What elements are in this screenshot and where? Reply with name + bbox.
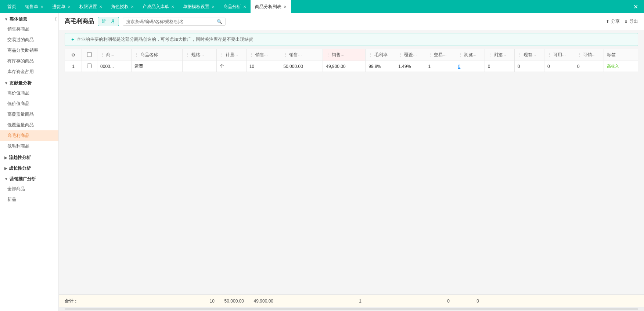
- col-name[interactable]: ⋮商品名称: [131, 49, 182, 61]
- table-wrapper[interactable]: ⚙ ⋮商... ⋮商品名称 ⋮规格... ⋮计量...: [59, 49, 644, 294]
- search-input[interactable]: [126, 19, 215, 24]
- sidebar-item-category-rate[interactable]: 商品分类助销率: [0, 45, 58, 56]
- export-btn[interactable]: ⬇ 导出: [624, 18, 638, 25]
- col-browse1[interactable]: ⋮浏览...: [455, 49, 485, 61]
- sidebar-item-low-coverage[interactable]: 低覆盖量商品: [0, 120, 58, 130]
- sidebar-group-contribution-arrow: ▼: [4, 81, 8, 85]
- sidebar-group-trend[interactable]: ▶ 流趋性分析: [0, 152, 58, 162]
- footer-sale-amount: 50,000.00: [217, 299, 247, 304]
- nav-roles[interactable]: 角色授权 ✕: [107, 0, 138, 13]
- sidebar-item-inventory-capital[interactable]: 库存资金占用: [0, 66, 58, 77]
- nav-permissions-close[interactable]: ✕: [99, 5, 102, 9]
- cell-gross-rate: 99.8%: [366, 61, 395, 72]
- sidebar-group-marketing-label: 营销推广分析: [10, 176, 36, 182]
- cell-name: 运费: [131, 61, 182, 72]
- nav-products-in[interactable]: 产成品入库单 ✕: [138, 0, 179, 13]
- footer-trade: 1: [335, 299, 364, 304]
- nav-roles-label: 角色授权: [111, 4, 129, 10]
- col-current[interactable]: ⋮现有...: [514, 49, 544, 61]
- nav-sales-close[interactable]: ✕: [40, 5, 43, 9]
- sidebar-item-sales-goods[interactable]: 销售类商品: [0, 24, 58, 35]
- nav-analysis-close[interactable]: ✕: [243, 5, 246, 9]
- col-coverage[interactable]: ⋮覆盖...: [395, 49, 425, 61]
- col-code[interactable]: ⋮商...: [97, 49, 132, 61]
- col-gross-rate[interactable]: ⋮毛利率: [366, 49, 395, 61]
- nav-analysis-list-label: 商品分析列表: [255, 4, 281, 10]
- data-table: ⚙ ⋮商... ⋮商品名称 ⋮规格... ⋮计量...: [65, 49, 638, 72]
- sidebar-group-marketing-arrow: ▼: [4, 177, 8, 181]
- cell-current: 0: [514, 61, 544, 72]
- nav-analysis[interactable]: 商品分析 ✕: [219, 0, 251, 13]
- sidebar-group-marketing[interactable]: ▼ 营销推广分析: [0, 173, 58, 184]
- col-unit[interactable]: ⋮计量...: [216, 49, 246, 61]
- bottom-scrollbar[interactable]: [59, 307, 644, 311]
- content-area: 高毛利商品 近一月 🔍 ⬆ 分享 ⬇ 导出 ✦ 企业的主要的利润都是这部分商品创…: [59, 13, 644, 311]
- cell-index: 1: [65, 61, 82, 72]
- nav-permissions[interactable]: 权限设置 ✕: [75, 0, 107, 13]
- nav-roles-close[interactable]: ✕: [131, 5, 134, 9]
- col-checkbox[interactable]: [82, 49, 97, 61]
- sidebar-item-high-margin[interactable]: 高毛利商品: [0, 130, 58, 141]
- sidebar-item-stocked-goods[interactable]: 有库存的商品: [0, 56, 58, 66]
- nav-analysis-list[interactable]: 商品分析列表 ✕: [251, 0, 291, 13]
- scrollbar-thumb[interactable]: [65, 308, 638, 310]
- col-browse2[interactable]: ⋮浏览...: [485, 49, 514, 61]
- top-navigation: 首页 销售单 ✕ 进货单 ✕ 权限设置 ✕ 角色授权 ✕ 产成品入库单 ✕ 单据…: [0, 0, 644, 13]
- col-spec[interactable]: ⋮规格...: [182, 49, 216, 61]
- cell-unit: 个: [216, 61, 246, 72]
- nav-template[interactable]: 单据模板设置 ✕: [179, 0, 219, 13]
- share-label: 分享: [611, 18, 620, 25]
- col-sale-profit[interactable]: ⋮销售...: [323, 49, 366, 61]
- sidebar-group-growth-label: 成长性分析: [9, 165, 31, 171]
- filter-month-btn[interactable]: 近一月: [98, 17, 119, 26]
- close-window-btn[interactable]: ✕: [630, 3, 641, 10]
- cell-coverage: 1.49%: [395, 61, 425, 72]
- search-icon[interactable]: 🔍: [217, 19, 222, 24]
- col-available[interactable]: ⋮可用...: [544, 49, 574, 61]
- col-sale-amount[interactable]: ⋮销售...: [280, 49, 323, 61]
- footer-sale-qty: 10: [188, 299, 217, 304]
- col-trade[interactable]: ⋮交易...: [425, 49, 455, 61]
- nav-template-close[interactable]: ✕: [212, 5, 215, 9]
- nav-analysis-list-close[interactable]: ✕: [284, 5, 287, 9]
- table-row: 1 0000... 运费 个 10 50,000.00 49,900.00 99…: [65, 61, 638, 72]
- nav-products-in-close[interactable]: ✕: [171, 5, 174, 9]
- nav-home[interactable]: 首页: [3, 0, 21, 13]
- nav-purchase[interactable]: 进货单 ✕: [48, 0, 75, 13]
- cell-checkbox[interactable]: [82, 61, 97, 72]
- share-btn[interactable]: ⬆ 分享: [606, 18, 620, 25]
- sidebar-collapse-btn[interactable]: 《: [52, 16, 57, 23]
- cell-trade: 1: [425, 61, 455, 72]
- footer-sale-profit: 49,900.00: [247, 299, 276, 304]
- cell-sale-amount: 50,000.00: [280, 61, 323, 72]
- col-tag[interactable]: 标签: [604, 49, 638, 61]
- select-all-checkbox[interactable]: [87, 52, 92, 57]
- sidebar-item-traded-goods[interactable]: 交易过的商品: [0, 35, 58, 45]
- sidebar-group-contribution[interactable]: ▼ 贡献量分析: [0, 77, 58, 88]
- nav-purchase-close[interactable]: ✕: [68, 5, 71, 9]
- col-sale-qty[interactable]: ⋮销售...: [246, 49, 280, 61]
- cell-browse2: 0: [485, 61, 514, 72]
- sidebar-item-low-margin[interactable]: 低毛利商品: [0, 141, 58, 152]
- nav-sales[interactable]: 销售单 ✕: [21, 0, 48, 13]
- share-icon: ⬆: [606, 19, 609, 24]
- cell-available: 0: [544, 61, 574, 72]
- cell-browse1[interactable]: 0: [455, 61, 485, 72]
- sidebar-group-growth[interactable]: ▶ 成长性分析: [0, 162, 58, 173]
- sidebar-group-overall[interactable]: ▼ 整体信息: [0, 13, 58, 24]
- row-checkbox[interactable]: [87, 64, 92, 68]
- nav-permissions-label: 权限设置: [79, 4, 97, 10]
- sidebar-group-overall-arrow: ▼: [4, 17, 8, 21]
- info-banner: ✦ 企业的主要的利润都是这部分商品创造的，可考虑加大推广，同时关注库存是不要出现…: [65, 33, 638, 46]
- sidebar-item-all-goods[interactable]: 全部商品: [0, 184, 58, 194]
- nav-sales-label: 销售单: [25, 4, 38, 10]
- col-settings[interactable]: ⚙: [65, 49, 82, 61]
- sidebar-item-high-coverage[interactable]: 高覆盖量商品: [0, 109, 58, 120]
- sidebar-item-high-value[interactable]: 高价值商品: [0, 88, 58, 98]
- search-box[interactable]: 🔍: [123, 18, 226, 26]
- sidebar-item-new-goods[interactable]: 新品: [0, 194, 58, 205]
- sidebar-group-growth-arrow: ▶: [4, 166, 7, 170]
- sidebar-item-low-value[interactable]: 低价值商品: [0, 98, 58, 109]
- export-label: 导出: [629, 18, 638, 25]
- col-sellable[interactable]: ⋮可销...: [574, 49, 604, 61]
